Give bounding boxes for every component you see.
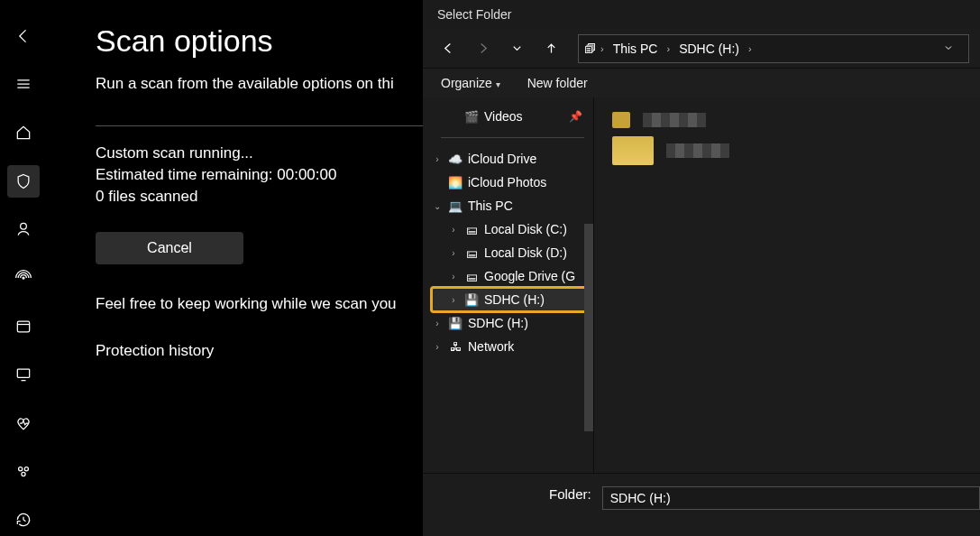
icloud-drive-icon: ☁️ <box>448 152 463 166</box>
menu-icon[interactable] <box>7 69 40 101</box>
folder-tree: 🎬 Videos 📌 › ☁️ iCloud Drive 🌅 iCloud Ph… <box>423 97 594 473</box>
scan-hint-text: Feel free to keep working while we scan … <box>96 295 438 313</box>
new-folder-button[interactable]: New folder <box>527 76 588 90</box>
back-icon[interactable] <box>7 20 40 52</box>
file-row[interactable] <box>612 106 962 134</box>
organize-menu[interactable]: Organize ▾ <box>441 76 500 90</box>
page-title: Scan options <box>96 23 438 59</box>
tree-label: Local Disk (C:) <box>484 222 567 236</box>
tree-item-local-disk-d[interactable]: › 🖴 Local Disk (D:) <box>432 241 593 264</box>
svg-point-0 <box>21 224 27 230</box>
dialog-title: Select Folder <box>423 0 980 29</box>
sd-icon: 💾 <box>448 316 463 330</box>
tree-divider <box>441 137 584 138</box>
address-dropdown[interactable] <box>934 42 963 56</box>
tree-item-network[interactable]: › 🖧 Network <box>432 335 593 358</box>
account-icon[interactable] <box>7 214 40 246</box>
address-bar[interactable]: 🗊 › This PC › SDHC (H:) › <box>578 34 969 63</box>
nav-up-button[interactable] <box>536 34 565 63</box>
breadcrumb-root-icon: 🗊 <box>584 42 597 56</box>
icloud-photos-icon: 🌅 <box>448 175 463 189</box>
pin-icon: 📌 <box>569 110 590 123</box>
tree-scrollbar[interactable] <box>584 224 593 431</box>
scan-files-count: 0 files scanned <box>96 186 438 208</box>
tree-label: iCloud Photos <box>468 175 546 189</box>
tree-item-this-pc[interactable]: ⌄ 💻 This PC <box>432 194 593 217</box>
nav-recent-dropdown[interactable] <box>502 34 531 63</box>
disk-icon: 🖴 <box>464 269 479 283</box>
dialog-nav-bar: 🗊 › This PC › SDHC (H:) › <box>423 29 980 69</box>
dialog-body: 🎬 Videos 📌 › ☁️ iCloud Drive 🌅 iCloud Ph… <box>423 97 980 473</box>
select-folder-dialog: Select Folder 🗊 › This PC › SDHC (H:) › … <box>423 0 980 536</box>
svg-point-5 <box>24 467 28 470</box>
cancel-button[interactable]: Cancel <box>96 232 243 264</box>
home-icon[interactable] <box>7 116 40 149</box>
videos-icon: 🎬 <box>464 109 479 124</box>
tree-item-icloud-photos[interactable]: 🌅 iCloud Photos <box>432 171 593 194</box>
folder-icon <box>612 136 654 165</box>
expand-icon[interactable]: › <box>448 248 459 258</box>
tree-label: SDHC (H:) <box>468 316 528 330</box>
svg-point-1 <box>23 277 24 279</box>
device-health-icon[interactable] <box>7 407 40 439</box>
collapse-icon[interactable]: ⌄ <box>432 201 443 211</box>
tree-item-videos[interactable]: 🎬 Videos 📌 <box>432 105 593 128</box>
divider <box>96 125 438 126</box>
expand-icon[interactable]: › <box>432 154 443 164</box>
expand-icon[interactable]: › <box>448 272 459 282</box>
folder-icon <box>612 112 630 128</box>
svg-point-4 <box>19 467 23 470</box>
device-security-icon[interactable] <box>7 358 40 391</box>
scan-status-running: Custom scan running... <box>96 143 438 164</box>
tree-label: SDHC (H:) <box>484 292 545 307</box>
nav-back-button[interactable] <box>434 34 463 63</box>
tree-item-icloud-drive[interactable]: › ☁️ iCloud Drive <box>432 147 593 171</box>
tree-label: Google Drive (G <box>484 269 575 283</box>
dialog-toolbar: Organize ▾ New folder <box>423 69 980 97</box>
network-protection-icon[interactable] <box>7 262 40 294</box>
family-icon[interactable] <box>7 456 40 488</box>
app-browser-icon[interactable] <box>7 310 40 343</box>
tree-label: Local Disk (D:) <box>484 245 567 260</box>
tree-item-sdhc[interactable]: › 💾 SDHC (H:) <box>432 311 593 335</box>
breadcrumb-sdhc[interactable]: SDHC (H:) <box>673 40 745 58</box>
shield-icon[interactable] <box>7 165 40 198</box>
app-sidebar <box>0 0 47 536</box>
svg-point-6 <box>22 472 25 476</box>
protection-history-link[interactable]: Protection history <box>96 342 438 360</box>
folder-label: Folder: <box>549 486 591 502</box>
dialog-footer: Folder: <box>423 473 980 534</box>
svg-rect-2 <box>17 321 29 332</box>
expand-icon[interactable]: › <box>432 342 443 352</box>
tree-label: This PC <box>468 199 513 213</box>
tree-item-sdhc-selected[interactable]: › 💾 SDHC (H:) <box>432 288 593 311</box>
chevron-right-icon: › <box>748 43 752 54</box>
disk-icon: 🖴 <box>464 222 479 236</box>
svg-rect-3 <box>17 369 29 377</box>
history-icon[interactable] <box>7 504 40 536</box>
pc-icon: 💻 <box>448 199 463 213</box>
network-icon: 🖧 <box>448 339 463 354</box>
chevron-down-icon: ▾ <box>496 79 500 89</box>
page-subtitle: Run a scan from the available options on… <box>96 75 438 93</box>
tree-item-local-disk-c[interactable]: › 🖴 Local Disk (C:) <box>432 217 593 241</box>
tree-item-google-drive[interactable]: › 🖴 Google Drive (G <box>432 264 593 288</box>
file-row[interactable] <box>612 137 962 164</box>
expand-icon[interactable]: › <box>448 295 459 305</box>
expand-icon[interactable]: › <box>432 319 443 328</box>
scan-options-panel: Scan options Run a scan from the availab… <box>96 23 438 360</box>
folder-name-input[interactable] <box>602 486 980 510</box>
tree-label: Videos <box>484 109 523 124</box>
scan-eta: Estimated time remaining: 00:00:00 <box>96 164 438 186</box>
sd-icon: 💾 <box>464 292 479 307</box>
breadcrumb-this-pc[interactable]: This PC <box>608 40 664 58</box>
file-name-obscured <box>643 113 706 127</box>
nav-forward-button[interactable] <box>468 34 497 63</box>
expand-icon[interactable]: › <box>448 225 459 235</box>
file-list-pane[interactable] <box>594 97 980 473</box>
tree-label: Network <box>468 339 514 354</box>
disk-icon: 🖴 <box>464 245 479 260</box>
chevron-right-icon: › <box>666 43 670 54</box>
chevron-right-icon: › <box>600 43 604 54</box>
file-name-obscured <box>666 143 729 158</box>
